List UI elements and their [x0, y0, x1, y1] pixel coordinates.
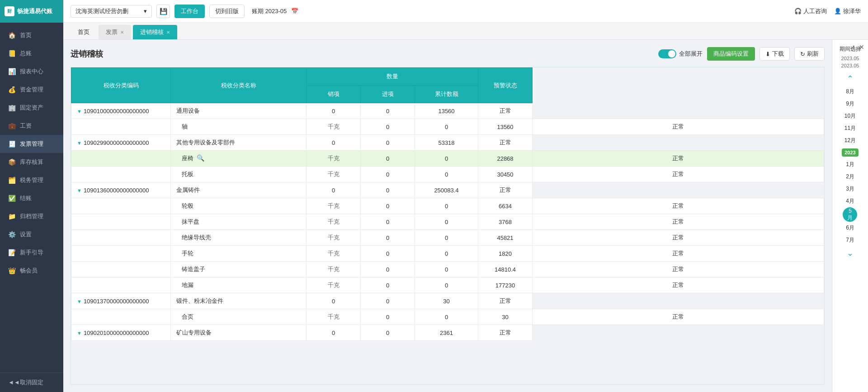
cell-code	[71, 167, 171, 182]
expand-panel-button[interactable]: ⤢	[850, 43, 855, 51]
main-area: 沈海英测试经营勿删 ▾ 💾 工作台 切到旧版 账期 2023-05 📅 🎧 人工…	[63, 0, 868, 392]
sidebar-item-inventory[interactable]: 📦 库存核算	[0, 153, 63, 171]
sidebar-item-ledger[interactable]: 📒 总账	[0, 44, 63, 62]
reports-icon: 📊	[8, 68, 15, 75]
period-month-item[interactable]: 8月	[841, 86, 859, 98]
sidebar-item-label: 总账	[20, 49, 32, 57]
product-code-button[interactable]: 商品编码设置	[707, 47, 755, 61]
cell-purchase: 0	[415, 309, 478, 325]
cell-unit: 千克	[307, 309, 361, 325]
table-row: 地漏 千克 0 0 177230 正常	[71, 277, 824, 293]
table-row: 合页 千克 0 0 30 正常	[71, 309, 824, 325]
period-months: 8月9月10月11月12月20231月2月3月4月5月6月7月	[841, 86, 859, 246]
cell-warning: 正常	[478, 135, 533, 151]
tab-check-label: 进销稽核	[140, 28, 164, 36]
tabs-bar: 首页 发票 ✕ 进销稽核 ✕	[63, 23, 868, 40]
cell-unit: 千克	[307, 214, 361, 230]
expand-icon[interactable]: ▼	[77, 188, 82, 193]
table-row: ▼10902990000000000000 其他专用设备及零部件 0 0 533…	[71, 135, 824, 151]
user-avatar-icon: 👤	[834, 8, 841, 14]
period-nav-down[interactable]: ⌄	[845, 246, 855, 260]
app-logo: 财 畅捷通易代账	[0, 0, 63, 23]
table-row: 铸造盖子 千克 0 0 14810.4 正常	[71, 262, 824, 277]
tab-home[interactable]: 首页	[71, 25, 97, 39]
sidebar-item-archive[interactable]: 📁 归档管理	[0, 207, 63, 225]
cell-sales: 0	[361, 262, 415, 277]
cell-warning: 正常	[533, 309, 824, 325]
sidebar-item-assets[interactable]: 🏢 固定资产	[0, 99, 63, 117]
period-month-item[interactable]: 12月	[841, 134, 859, 147]
sidebar-item-member[interactable]: 👑 畅会员	[0, 262, 63, 280]
tab-invoice[interactable]: 发票 ✕	[99, 25, 131, 39]
sidebar-item-tax[interactable]: 🗂️ 税务管理	[0, 171, 63, 189]
expand-toggle[interactable]: 全部展开	[658, 49, 703, 58]
old-version-button[interactable]: 切到旧版	[209, 5, 245, 18]
period-month-active[interactable]: 5月	[843, 207, 857, 222]
sidebar-item-invoice[interactable]: 🧾 发票管理	[0, 135, 63, 153]
tab-check[interactable]: 进销稽核 ✕	[133, 25, 177, 39]
period-month-item[interactable]: 6月	[841, 222, 859, 234]
sidebar-item-guide[interactable]: 📝 新手引导	[0, 244, 63, 262]
sidebar-item-label: 发票管理	[20, 140, 43, 148]
topbar-right: 🎧 人工咨询 👤 徐泽华	[794, 7, 861, 15]
cell-sales: 0	[361, 167, 415, 182]
expand-icon[interactable]: ▼	[77, 299, 82, 304]
close-panel-button[interactable]: ✕	[859, 43, 864, 51]
table-row: ▼10901000000000000000 通用设备 0 0 13560 正常	[71, 103, 824, 119]
sidebar-item-label: 资金管理	[20, 86, 43, 94]
period-month-item[interactable]: 9月	[841, 98, 859, 110]
cell-purchase: 0	[415, 198, 478, 214]
period-month-item[interactable]: 2月	[841, 171, 859, 183]
period-month-item[interactable]: 10月	[841, 110, 859, 122]
cell-code: ▼10901000000000000000	[71, 103, 171, 119]
period-month-item[interactable]: 3月	[841, 183, 859, 195]
download-button[interactable]: ⬇ 下载	[760, 47, 790, 61]
tab-check-close[interactable]: ✕	[166, 30, 170, 35]
tab-home-label: 首页	[78, 28, 90, 36]
col-tax-name: 税收分类名称	[171, 68, 307, 103]
table-row: 轴 千克 0 0 13560 正常	[71, 119, 824, 135]
period-month-item[interactable]: 1月	[841, 158, 859, 171]
table-row: ▼10901360000000000000 金属铸件 0 0 250083.4 …	[71, 182, 824, 198]
cell-purchase: 0	[361, 182, 415, 198]
service-button[interactable]: 🎧 人工咨询	[794, 7, 827, 15]
sidebar-item-reports[interactable]: 📊 报表中心	[0, 62, 63, 81]
sidebar-item-settings[interactable]: ⚙️ 设置	[0, 225, 63, 244]
sidebar-item-settle[interactable]: ✅ 结账	[0, 189, 63, 207]
member-icon: 👑	[8, 267, 15, 274]
cell-warning: 正常	[533, 277, 824, 293]
cell-name: 手轮	[171, 246, 307, 262]
table-row: 托板 千克 0 0 30450 正常	[71, 167, 824, 182]
expand-icon[interactable]: ▼	[77, 109, 82, 114]
period-month-item[interactable]: 7月	[841, 234, 859, 246]
company-selector[interactable]: 沈海英测试经营勿删 ▾	[71, 5, 152, 18]
tab-invoice-close[interactable]: ✕	[120, 30, 124, 35]
col-sales: 销项	[307, 86, 361, 103]
table-row: ▼10901370000000000000 锻件、粉末冶金件 0 0 30 正常	[71, 293, 824, 309]
search-icon[interactable]: 🔍	[197, 154, 204, 162]
cell-total: 13560	[478, 119, 533, 135]
sidebar-item-wages[interactable]: 💼 工资	[0, 117, 63, 135]
cell-purchase: 0	[415, 119, 478, 135]
cell-total: 177230	[478, 277, 533, 293]
sidebar-item-home[interactable]: 🏠 首页	[0, 26, 63, 44]
period-month-item[interactable]: 4月	[841, 195, 859, 207]
cell-total: 53318	[415, 135, 478, 151]
expand-icon[interactable]: ▼	[77, 140, 82, 146]
period-nav-up[interactable]: ⌃	[845, 72, 855, 86]
expand-icon[interactable]: ▼	[77, 330, 82, 336]
toggle-switch[interactable]	[658, 49, 676, 58]
cell-name: 托板	[171, 167, 307, 182]
workbench-button[interactable]: 工作台	[175, 5, 205, 18]
period-year-label[interactable]: 2023	[842, 148, 858, 157]
cell-warning: 正常	[533, 119, 824, 135]
refresh-button[interactable]: ↻ 刷新	[794, 47, 825, 61]
cell-total: 250083.4	[415, 182, 478, 198]
calendar-icon[interactable]: 📅	[291, 8, 298, 14]
period-month-item[interactable]: 11月	[841, 122, 859, 134]
user-menu[interactable]: 👤 徐泽华	[834, 7, 861, 15]
save-button[interactable]: 💾	[156, 5, 170, 18]
sidebar-item-capital[interactable]: 💰 资金管理	[0, 81, 63, 99]
sidebar-unpin-button[interactable]: ◄◄取消固定	[0, 373, 63, 392]
cell-purchase: 0	[415, 214, 478, 230]
